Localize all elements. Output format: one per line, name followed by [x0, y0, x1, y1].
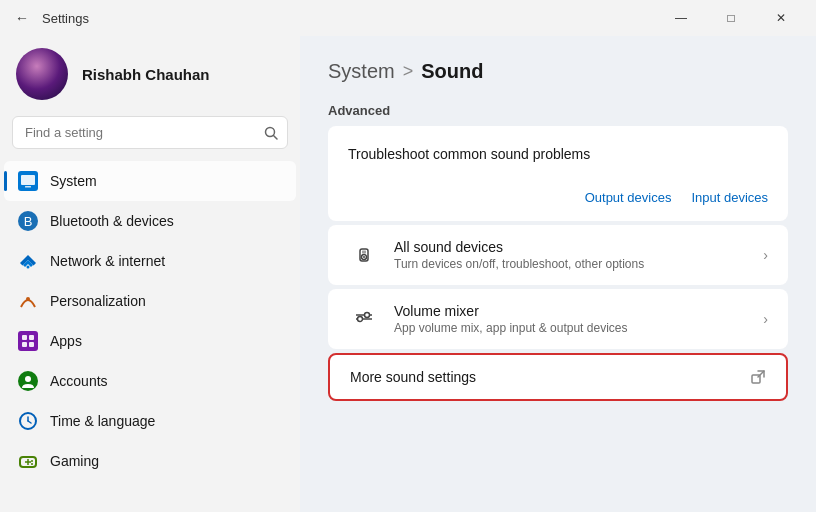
titlebar-controls: — □ ✕	[658, 4, 804, 32]
titlebar-title: Settings	[42, 11, 89, 26]
svg-point-31	[365, 313, 370, 318]
volume-mixer-subtitle: App volume mix, app input & output devic…	[394, 321, 763, 335]
svg-rect-9	[18, 331, 38, 351]
content-area: System > Sound Advanced Troubleshoot com…	[300, 36, 816, 512]
sidebar-item-label-accounts: Accounts	[50, 373, 108, 389]
sidebar-item-label-personalization: Personalization	[50, 293, 146, 309]
svg-line-33	[758, 371, 764, 377]
external-link-icon	[750, 369, 766, 385]
svg-rect-4	[25, 186, 31, 188]
back-button[interactable]: ←	[12, 8, 32, 28]
all-sound-devices-subtitle: Turn devices on/off, troubleshoot, other…	[394, 257, 763, 271]
sidebar-item-label-time: Time & language	[50, 413, 155, 429]
chevron-right-icon-2: ›	[763, 311, 768, 327]
sidebar-item-bluetooth[interactable]: B Bluetooth & devices	[4, 201, 296, 241]
troubleshoot-card: Troubleshoot common sound problems Outpu…	[328, 126, 788, 221]
more-sound-settings-card[interactable]: More sound settings	[328, 353, 788, 401]
sidebar-item-label-network: Network & internet	[50, 253, 165, 269]
volume-mixer-icon	[348, 303, 380, 335]
all-sound-devices-card[interactable]: All sound devices Turn devices on/off, t…	[328, 225, 788, 285]
input-devices-link[interactable]: Input devices	[691, 190, 768, 205]
network-icon	[18, 251, 38, 271]
troubleshoot-title: Troubleshoot common sound problems	[348, 146, 768, 162]
volume-mixer-card[interactable]: Volume mixer App volume mix, app input &…	[328, 289, 788, 349]
more-sound-settings-title: More sound settings	[350, 369, 750, 385]
minimize-button[interactable]: —	[658, 4, 704, 32]
svg-rect-3	[21, 175, 35, 185]
all-sound-devices-text: All sound devices Turn devices on/off, t…	[394, 239, 763, 271]
breadcrumb-separator: >	[403, 61, 414, 82]
svg-point-26	[363, 256, 365, 258]
svg-point-30	[358, 317, 363, 322]
profile-name: Rishabh Chauhan	[82, 66, 210, 83]
sidebar-item-gaming[interactable]: Gaming	[4, 441, 296, 481]
svg-line-18	[28, 421, 31, 423]
maximize-button[interactable]: □	[708, 4, 754, 32]
breadcrumb-parent: System	[328, 60, 395, 83]
svg-rect-12	[22, 342, 27, 347]
sidebar-item-time[interactable]: Time & language	[4, 401, 296, 441]
close-button[interactable]: ✕	[758, 4, 804, 32]
sidebar-item-label-bluetooth: Bluetooth & devices	[50, 213, 174, 229]
svg-line-1	[274, 135, 278, 139]
main-layout: Rishabh Chauhan	[0, 36, 816, 512]
all-sound-devices-title: All sound devices	[394, 239, 763, 255]
volume-mixer-title: Volume mixer	[394, 303, 763, 319]
profile-section: Rishabh Chauhan	[0, 36, 300, 116]
volume-mixer-text: Volume mixer App volume mix, app input &…	[394, 303, 763, 335]
personalization-icon	[18, 291, 38, 311]
svg-text:B: B	[24, 214, 33, 229]
sidebar-item-personalization[interactable]: Personalization	[4, 281, 296, 321]
titlebar-left: ← Settings	[12, 8, 89, 28]
sidebar-item-system[interactable]: System	[4, 161, 296, 201]
advanced-label: Advanced	[328, 103, 788, 118]
svg-point-15	[25, 376, 31, 382]
svg-rect-10	[22, 335, 27, 340]
volume-mixer-item[interactable]: Volume mixer App volume mix, app input &…	[328, 289, 788, 349]
system-icon	[18, 171, 38, 191]
sidebar-item-network[interactable]: Network & internet	[4, 241, 296, 281]
all-sound-devices-item[interactable]: All sound devices Turn devices on/off, t…	[328, 225, 788, 285]
chevron-right-icon: ›	[763, 247, 768, 263]
sidebar-item-label-system: System	[50, 173, 97, 189]
avatar	[16, 48, 68, 100]
svg-rect-27	[362, 251, 366, 254]
sidebar-item-label-gaming: Gaming	[50, 453, 99, 469]
apps-icon	[18, 331, 38, 351]
search-box	[12, 116, 288, 149]
accounts-icon	[18, 371, 38, 391]
gaming-icon	[18, 451, 38, 471]
nav-list: System B Bluetooth & devices	[0, 161, 300, 481]
speaker-icon	[348, 239, 380, 271]
sidebar-item-accounts[interactable]: Accounts	[4, 361, 296, 401]
titlebar: ← Settings — □ ✕	[0, 0, 816, 36]
breadcrumb: System > Sound	[328, 60, 788, 83]
sidebar: Rishabh Chauhan	[0, 36, 300, 512]
troubleshoot-links: Output devices Input devices	[348, 190, 768, 205]
breadcrumb-current: Sound	[421, 60, 483, 83]
time-icon	[18, 411, 38, 431]
search-input[interactable]	[12, 116, 288, 149]
sidebar-item-label-apps: Apps	[50, 333, 82, 349]
svg-point-23	[31, 463, 33, 465]
sidebar-item-apps[interactable]: Apps	[4, 321, 296, 361]
svg-point-22	[31, 460, 33, 462]
bluetooth-icon: B	[18, 211, 38, 231]
svg-point-7	[27, 266, 30, 269]
output-devices-link[interactable]: Output devices	[585, 190, 672, 205]
svg-point-8	[26, 297, 30, 301]
svg-rect-13	[29, 342, 34, 347]
search-icon	[264, 126, 278, 140]
svg-rect-11	[29, 335, 34, 340]
